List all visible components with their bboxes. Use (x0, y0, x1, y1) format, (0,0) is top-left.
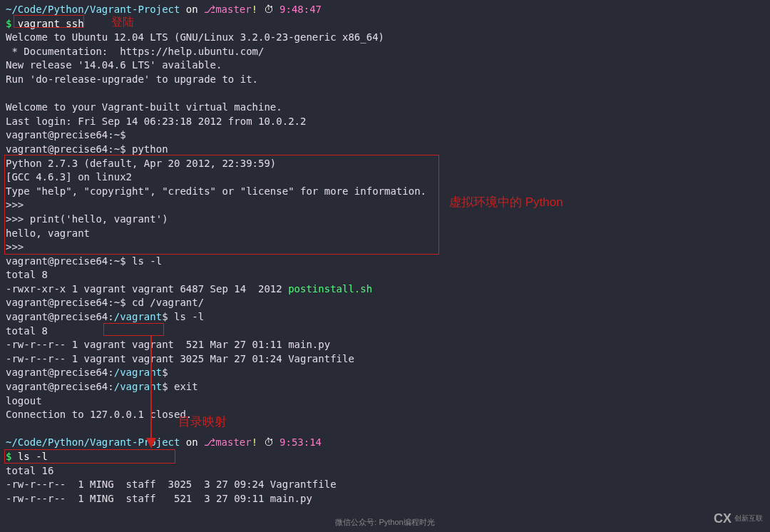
python-cmd: vagrant@precise64:~$ python (6, 143, 764, 157)
repl-output: hello, vagrant (6, 227, 764, 241)
ls-entry-postinstall: -rwxr-xr-x 1 vagrant vagrant 6487 Sep 14… (6, 282, 764, 297)
prompt-line-2: ~/Code/Python/Vagrant-Project on ⎇master… (6, 436, 764, 450)
welcome-vm: Welcome to your Vagrant-built virtual ma… (6, 101, 764, 115)
watermark-logo-icon: CX (714, 510, 732, 528)
footer-caption: 微信公众号: Python编程时光 (335, 517, 434, 528)
ls-host-vagrantfile: -rw-r--r-- 1 MING staff 3025 3 27 09:24 … (6, 478, 764, 492)
prompt-empty: vagrant@precise64:~$ (6, 128, 764, 143)
python-version: Python 2.7.3 (default, Apr 20 2012, 22:3… (6, 157, 764, 171)
exit-cmd: vagrant@precise64:/vagrant$ exit (6, 380, 764, 394)
ls-entry-vagrantfile: -rw-r--r-- 1 vagrant vagrant 3025 Mar 27… (6, 352, 764, 367)
python-help: Type "help", "copyright", "credits" or "… (6, 185, 764, 199)
upgrade-hint: Run 'do-release-upgrade' to upgrade to i… (6, 73, 764, 87)
annotation-dir-mapping: 目录映射 (178, 414, 227, 431)
annotation-venv-python: 虚拟环境中的 Python (449, 194, 563, 211)
ls-cmd: vagrant@precise64:~$ ls -l (6, 255, 764, 269)
gcc-info: [GCC 4.6.3] on linux2 (6, 170, 764, 185)
total-1: total 8 (6, 268, 764, 282)
command-ls: $ ls -l (6, 450, 764, 464)
ls-vagrant-cmd: vagrant@precise64:/vagrant$ ls -l (6, 310, 764, 324)
last-login: Last login: Fri Sep 14 06:23:18 2012 fro… (6, 115, 764, 129)
terminal-content[interactable]: ~/Code/Python/Vagrant-Project on ⎇master… (6, 3, 764, 506)
repl-print: >>> print('hello, vagrant') (6, 213, 764, 227)
ls-entry-main: -rw-r--r-- 1 vagrant vagrant 521 Mar 27 … (6, 338, 764, 352)
watermark-text: 创新互联 (734, 513, 763, 523)
logout-text: logout (6, 394, 764, 409)
watermark: CX 创新互联 (714, 510, 763, 528)
ls-host-main: -rw-r--r-- 1 MING staff 521 3 27 09:11 m… (6, 492, 764, 506)
total-3: total 16 (6, 464, 764, 479)
repl-prompt: >>> (6, 198, 764, 213)
annotation-login: 登陆 (111, 14, 134, 30)
connection-closed: Connection to 127.0.0.1 closed. (6, 408, 764, 422)
new-release: New release '14.04.6 LTS' available. (6, 58, 764, 73)
cd-cmd: vagrant@precise64:~$ cd /vagrant/ (6, 296, 764, 310)
prompt-vagrant-empty: vagrant@precise64:/vagrant$ (6, 366, 764, 380)
documentation-link: * Documentation: https://help.ubuntu.com… (6, 45, 764, 59)
welcome-text: Welcome to Ubuntu 12.04 LTS (GNU/Linux 3… (6, 31, 764, 45)
repl-prompt-end: >>> (6, 240, 764, 255)
total-2: total 8 (6, 324, 764, 339)
